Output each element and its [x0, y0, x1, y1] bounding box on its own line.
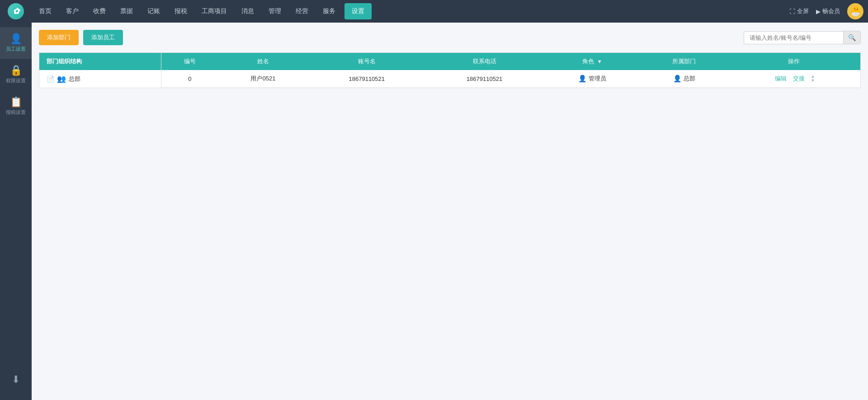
employee-icon: 👤 — [10, 34, 22, 44]
member-label: 畅会员 — [822, 7, 840, 15]
sidebar-download[interactable]: ⬇ — [0, 364, 32, 395]
add-dept-button[interactable]: 添加部门 — [39, 30, 79, 45]
search-button[interactable]: 🔍 — [843, 31, 861, 44]
dept-panel: 部门组织结构 📄 👥 总部 — [39, 53, 161, 88]
nav-item-tax[interactable]: 报税 — [167, 0, 194, 23]
edit-link[interactable]: 编辑 — [775, 75, 787, 83]
add-employee-button[interactable]: 添加员工 — [83, 30, 123, 45]
role-filter-icon: ▼ — [597, 59, 602, 64]
cell-role: 👤 管理员 — [543, 70, 641, 88]
play-icon: ▶ — [816, 8, 821, 15]
user-avatar[interactable]: 🐣 — [847, 3, 863, 19]
sidebar-label-tax-setting: 报税设置 — [6, 109, 26, 116]
cell-phone: 18679110521 — [425, 70, 543, 88]
nav-item-business[interactable]: 工商项目 — [194, 0, 234, 23]
th-phone: 联系电话 — [425, 53, 543, 70]
dept-label: 总部 — [684, 75, 695, 83]
fullscreen-label: 全屏 — [797, 7, 809, 15]
dept-item-label: 总部 — [69, 75, 80, 83]
sidebar-item-employee[interactable]: 👤 员工设置 — [0, 27, 32, 59]
sidebar-label-permission: 权限设置 — [6, 77, 26, 84]
cell-actions: 编辑 交接 ▲ ▼ — [727, 70, 860, 88]
top-navigation: ✿ 首页 客户 收费 票据 记账 报税 工商项目 消息 管理 经营 服务 设置 … — [0, 0, 868, 23]
role-label: 管理员 — [589, 75, 606, 83]
nav-items: 首页 客户 收费 票据 记账 报税 工商项目 消息 管理 经营 服务 设置 — [32, 0, 789, 23]
employee-table: 编号 姓名 账号名 联系电话 角 — [161, 53, 860, 88]
dept-panel-header: 部门组织结构 — [39, 53, 161, 70]
fullscreen-button[interactable]: ⛶ 全屏 — [789, 7, 809, 15]
tax-setting-icon: 📋 — [10, 97, 22, 107]
dept-item-root[interactable]: 📄 👥 总部 — [39, 70, 161, 88]
table-wrapper: 部门组织结构 📄 👥 总部 编号 姓 — [39, 52, 861, 88]
content-area: 添加部门 添加员工 🔍 部门组织结构 📄 👥 总部 — [32, 23, 868, 400]
sidebar-item-tax-setting[interactable]: 📋 报税设置 — [0, 90, 32, 122]
th-role[interactable]: 角色 ▼ — [543, 53, 641, 70]
dept-user-icon-row: 👤 — [673, 75, 682, 83]
nav-item-customer[interactable]: 客户 — [59, 0, 86, 23]
search-input[interactable] — [744, 31, 843, 44]
nav-item-message[interactable]: 消息 — [234, 0, 261, 23]
dept-file-icon: 📄 — [47, 75, 54, 83]
member-button[interactable]: ▶ 畅会员 — [816, 7, 840, 15]
th-actions: 操作 — [727, 53, 860, 70]
sidebar-bottom: ⬇ — [0, 364, 32, 395]
download-icon: ⬇ — [12, 375, 20, 385]
permission-icon: 🔒 — [10, 66, 22, 75]
cell-name: 用户0521 — [218, 70, 308, 88]
th-id: 编号 — [161, 53, 218, 70]
scroll-down-arrow[interactable]: ▼ — [811, 79, 815, 83]
nav-right: ⛶ 全屏 ▶ 畅会员 🐣 — [789, 3, 863, 19]
role-user-icon: 👤 — [578, 75, 587, 83]
logo-icon: ✿ — [8, 3, 24, 19]
th-name: 姓名 — [218, 53, 308, 70]
dept-cell-content: 👤 总部 — [646, 75, 722, 83]
ops-cell-content: 编辑 交接 ▲ ▼ — [733, 75, 855, 83]
role-cell-content: 👤 管理员 — [549, 75, 636, 83]
search-area: 🔍 — [744, 31, 861, 44]
nav-item-fee[interactable]: 收费 — [86, 0, 113, 23]
th-dept: 所属部门 — [641, 53, 727, 70]
nav-item-invoice[interactable]: 票据 — [113, 0, 140, 23]
cell-dept: 👤 总部 — [641, 70, 727, 88]
nav-item-operation[interactable]: 经营 — [288, 0, 316, 23]
transfer-link[interactable]: 交接 — [793, 75, 805, 83]
sidebar-label-employee: 员工设置 — [6, 46, 26, 52]
th-account: 账号名 — [308, 53, 425, 70]
cell-account: 18679110521 — [308, 70, 425, 88]
table-header-row: 编号 姓名 账号名 联系电话 角 — [161, 53, 860, 70]
nav-item-manage[interactable]: 管理 — [261, 0, 288, 23]
sidebar-item-permission[interactable]: 🔒 权限设置 — [0, 59, 32, 90]
table-row: 0 用户0521 18679110521 18679110521 👤 管理员 — [161, 70, 860, 88]
main-layout: 👤 员工设置 🔒 权限设置 📋 报税设置 ⬇ 添加部门 添加员工 🔍 — [0, 23, 868, 400]
scroll-arrows: ▲ ▼ — [811, 75, 815, 83]
toolbar: 添加部门 添加员工 🔍 — [39, 30, 861, 45]
nav-item-settings[interactable]: 设置 — [344, 3, 372, 19]
nav-item-service[interactable]: 服务 — [316, 0, 343, 23]
cell-id: 0 — [161, 70, 218, 88]
dept-user-icon: 👥 — [57, 75, 66, 83]
sidebar: 👤 员工设置 🔒 权限设置 📋 报税设置 ⬇ — [0, 23, 32, 400]
nav-item-accounting[interactable]: 记账 — [140, 0, 167, 23]
fullscreen-icon: ⛶ — [789, 8, 795, 15]
employee-table-panel: 编号 姓名 账号名 联系电话 角 — [161, 53, 860, 88]
app-logo: ✿ — [5, 0, 27, 23]
nav-item-home[interactable]: 首页 — [32, 0, 59, 23]
